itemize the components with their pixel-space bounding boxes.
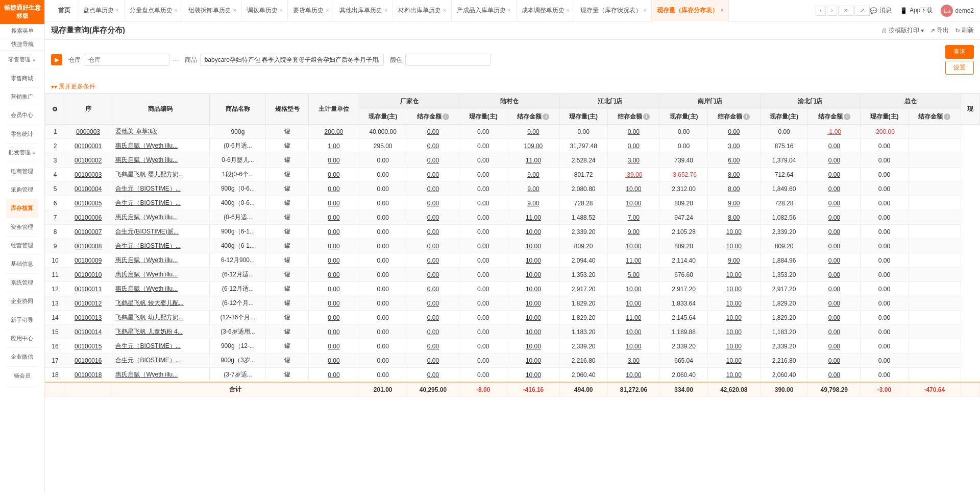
lcc-amt-info-icon[interactable]: i: [543, 113, 549, 120]
cjc-qty: 0.00: [308, 339, 359, 354]
header-app-download[interactable]: 📱 App下载: [900, 6, 933, 15]
row-code: 00100001: [65, 139, 111, 153]
jb-qty: 0.00: [507, 125, 560, 139]
tab-close-icon[interactable]: ×: [720, 8, 723, 13]
nav-home[interactable]: 首页: [51, 0, 78, 21]
zc-qty: 0.00: [808, 268, 861, 282]
sidebar-item-enterprise[interactable]: 企业协同: [6, 292, 38, 311]
row-spec: 900g（12-...: [210, 339, 266, 354]
sidebar-item-retail-mgmt[interactable]: 零售管理 ▲: [6, 51, 38, 69]
top-nav-tab-6[interactable]: 材料出库单历史×: [393, 0, 452, 21]
tab-close-icon[interactable]: ×: [644, 8, 647, 13]
export-btn[interactable]: ↗ 导出: [930, 26, 949, 35]
top-nav-tab-10[interactable]: 现存量（库存分布表）×: [652, 0, 729, 21]
sidebar-item-ecommerce[interactable]: 电商管理: [6, 162, 38, 181]
lcc-amt: 0.00: [459, 182, 507, 196]
query-button[interactable]: 查询: [945, 45, 974, 59]
na-qty: 3.00: [607, 153, 660, 168]
expand-conditions-btn[interactable]: ▾▾ 展开更多条件: [51, 82, 95, 91]
sidebar-item-retail-store[interactable]: 零售商城: [6, 69, 38, 88]
jb-amt-info-icon[interactable]: i: [643, 113, 650, 120]
top-nav-tab-3[interactable]: 调拨单历史×: [242, 0, 288, 21]
product-input[interactable]: [200, 54, 384, 66]
top-nav-tab-2[interactable]: 组装拆卸单历史×: [183, 0, 242, 21]
row-name: 合生元(BIOSTIME)派...: [111, 225, 210, 239]
zc-amt: 0.00: [861, 253, 909, 268]
tab-close-icon[interactable]: ×: [280, 8, 283, 13]
cjc-amt-info-icon[interactable]: i: [443, 113, 449, 120]
tab-close-icon[interactable]: ×: [175, 8, 178, 13]
yb-amt-info-icon[interactable]: i: [844, 113, 850, 120]
top-nav-tab-9[interactable]: 现存量（库存状况表）×: [575, 0, 652, 21]
sidebar-item-weixin[interactable]: 企业微信: [6, 348, 38, 366]
lcc-qty: 0.00: [407, 153, 459, 168]
sidebar-item-system[interactable]: 系统管理: [6, 274, 38, 292]
color-input[interactable]: [405, 54, 491, 66]
sidebar-item-guide[interactable]: 新手引导: [6, 311, 38, 330]
header-user[interactable]: Ea demo2: [941, 5, 974, 17]
sidebar-item-wholesale-mgmt[interactable]: 批发管理 ▲: [6, 144, 38, 162]
settings-button[interactable]: 设置: [945, 61, 974, 75]
sidebar-item-app-center[interactable]: 应用中心: [6, 330, 38, 348]
current-qty: [908, 182, 961, 196]
sidebar-item-basic-info[interactable]: 基础信息: [6, 255, 38, 273]
tab-close-icon[interactable]: ×: [116, 8, 119, 13]
jb-qty: 10.00: [507, 282, 560, 296]
sidebar-item-inventory[interactable]: 库存核算: [6, 199, 38, 218]
tab-nav-next[interactable]: ›: [827, 6, 837, 16]
warehouse-ellipsis[interactable]: ···: [173, 56, 179, 64]
na-qty: 0.00: [607, 139, 660, 153]
row-unit: 罐: [266, 268, 308, 282]
na-amt-info-icon[interactable]: i: [743, 113, 750, 120]
sidebar-quick-nav[interactable]: 快捷导航: [0, 38, 44, 51]
top-nav-tab-4[interactable]: 要货单历史×: [288, 0, 334, 21]
top-nav-tab-8[interactable]: 成本调整单历史×: [517, 0, 575, 21]
row-no: 4: [45, 168, 65, 182]
tab-close-icon[interactable]: ×: [326, 8, 329, 13]
yb-amt: 2,060.40: [760, 368, 808, 383]
tab-nav-prev[interactable]: ‹: [816, 6, 826, 16]
na-qty: 10.00: [607, 296, 660, 311]
tab-nav-expand[interactable]: ⤢: [854, 6, 870, 16]
top-nav-tab-7[interactable]: 产成品入库单历史×: [452, 0, 517, 21]
sidebar-item-finance[interactable]: 资金管理: [6, 218, 38, 237]
sidebar-item-operations[interactable]: 经营管理: [6, 237, 38, 255]
jb-amt: 2,060.40: [559, 368, 607, 383]
tab-close-icon[interactable]: ×: [384, 8, 387, 13]
print-btn[interactable]: 🖨 按模版打印 ▾: [881, 26, 924, 35]
top-nav-tab-1[interactable]: 分量盘点单历史×: [125, 0, 183, 21]
sidebar-item-marketing[interactable]: 营销推广: [6, 88, 38, 106]
tab-close-icon[interactable]: ×: [567, 8, 570, 13]
cjc-qty: 0.00: [308, 239, 359, 253]
sidebar-item-members[interactable]: 畅会员: [6, 367, 38, 385]
cjc-amt: 0.00: [359, 339, 407, 354]
sidebar-item-retail-stats[interactable]: 零售统计: [6, 125, 38, 144]
zc-qty: 0.00: [808, 339, 861, 354]
cjc-amt: 0.00: [359, 239, 407, 253]
tab-close-icon[interactable]: ×: [508, 8, 511, 13]
refresh-btn[interactable]: ↻ 刷新: [955, 26, 974, 35]
tab-nav-close-all[interactable]: ✕: [838, 6, 853, 16]
lcc-amt: 0.00: [459, 368, 507, 383]
col-settings[interactable]: ⚙: [45, 94, 65, 125]
tab-close-icon[interactable]: ×: [233, 8, 236, 13]
warehouse-input[interactable]: [84, 54, 169, 66]
collapse-arrow[interactable]: ▶: [51, 54, 62, 65]
zc-qty: 0.00: [808, 296, 861, 311]
top-nav-tab-0[interactable]: 盘点单历史×: [78, 0, 125, 21]
row-no: 17: [45, 354, 65, 368]
sidebar-item-purchase[interactable]: 采购管理: [6, 181, 38, 199]
top-nav-tab-5[interactable]: 其他出库单历史×: [334, 0, 393, 21]
jb-qty: 109.00: [507, 139, 560, 153]
na-amt: 2,145.64: [660, 311, 708, 325]
header-message[interactable]: 💬 消息: [870, 6, 892, 15]
yb-qty: 10.00: [707, 311, 760, 325]
lcc-amt: 0.00: [459, 296, 507, 311]
sidebar-search[interactable]: 搜索英单: [0, 24, 44, 38]
tab-close-icon[interactable]: ×: [443, 8, 446, 13]
zc-amt: 0.00: [861, 168, 909, 182]
lcc-qty: 0.00: [407, 253, 459, 268]
zc-amt-info-icon[interactable]: i: [944, 113, 950, 120]
sidebar-item-member[interactable]: 会员中心: [6, 106, 38, 125]
table-container[interactable]: ⚙ 序 商品编码 商品名称 规格型号 主计量单位 厂家仓 陆村仓 江北门店 南岸…: [45, 93, 980, 493]
